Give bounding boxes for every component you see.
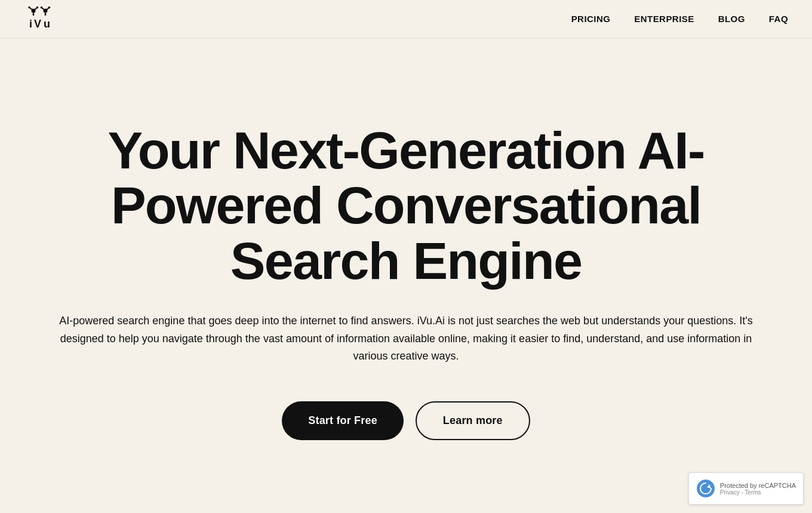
svg-point-5: [36, 6, 39, 8]
svg-point-9: [41, 6, 43, 8]
hero-buttons: Start for Free Learn more: [282, 401, 530, 440]
nav-links: PRICING ENTERPRISE BLOG FAQ: [571, 14, 788, 24]
recaptcha-badge: Protected by reCAPTCHA Privacy - Terms: [688, 472, 804, 505]
svg-point-11: [48, 6, 51, 8]
nav-link-faq[interactable]: FAQ: [769, 14, 788, 24]
svg-text:V: V: [34, 18, 41, 30]
logo[interactable]: i V u: [24, 6, 55, 32]
recaptcha-logo-icon: [696, 479, 715, 498]
learn-more-button[interactable]: Learn more: [416, 401, 530, 440]
recaptcha-protected-label: Protected by reCAPTCHA: [720, 482, 796, 489]
hero-title: Your Next-Generation AI-Powered Conversa…: [48, 123, 764, 288]
hero-section: Your Next-Generation AI-Powered Conversa…: [0, 38, 812, 513]
svg-text:u: u: [44, 18, 50, 30]
navbar: i V u PRICING ENTERPRISE BLOG FAQ: [0, 0, 812, 38]
logo-icon: i V u: [24, 6, 55, 32]
recaptcha-text: Protected by reCAPTCHA Privacy - Terms: [720, 482, 796, 496]
start-for-free-button[interactable]: Start for Free: [282, 401, 404, 440]
nav-link-enterprise[interactable]: ENTERPRISE: [634, 14, 694, 24]
svg-point-15: [697, 480, 715, 497]
nav-link-blog[interactable]: BLOG: [718, 14, 745, 24]
nav-link-pricing[interactable]: PRICING: [571, 14, 611, 24]
recaptcha-links-label: Privacy - Terms: [720, 489, 796, 496]
svg-point-3: [28, 6, 30, 8]
svg-text:i: i: [29, 18, 32, 30]
hero-description: AI-powered search engine that goes deep …: [48, 312, 764, 365]
